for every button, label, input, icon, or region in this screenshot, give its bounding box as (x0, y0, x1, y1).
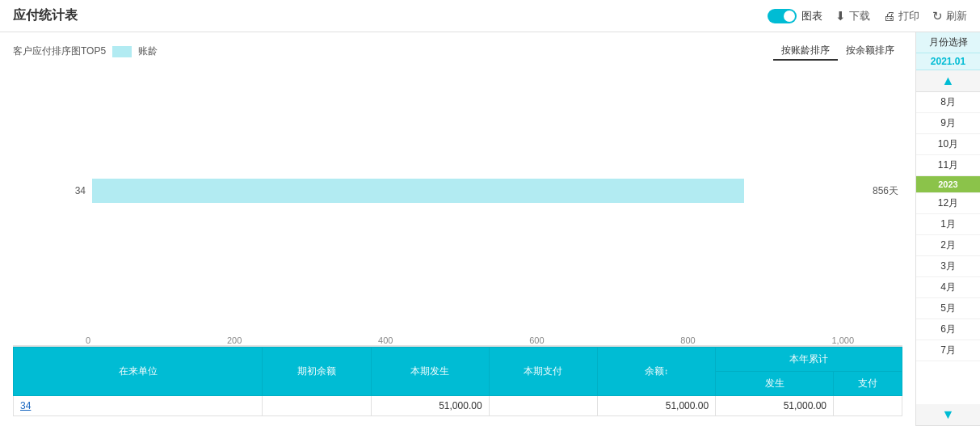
x-tick: 600 (529, 335, 544, 345)
chart-toggle-wrap[interactable]: 图表 (768, 9, 822, 23)
cell-opening (263, 396, 372, 416)
table-row: 34 51,000.00 51,000.00 51,000.00 (14, 396, 902, 416)
table-section: 在来单位 期初余额 本期发生 本期支付 余额↕ 本年累计 发生 支付 34 (13, 345, 902, 416)
sort-buttons: 按账龄排序 按余额排序 (773, 42, 902, 61)
month-item[interactable]: 10月 (916, 134, 980, 155)
main-content: 客户应付排序图TOP5 账龄 按账龄排序 按余额排序 34 856天 0 200 (0, 32, 980, 426)
refresh-icon: ↻ (932, 9, 943, 23)
chart-header: 客户应付排序图TOP5 账龄 按账龄排序 按余额排序 (13, 42, 902, 61)
print-icon: 🖨 (883, 9, 895, 23)
print-button[interactable]: 🖨 打印 (883, 9, 919, 23)
x-tick: 800 (680, 335, 695, 345)
data-table: 在来单位 期初余额 本期发生 本期支付 余额↕ 本年累计 发生 支付 34 (13, 347, 902, 416)
month-item[interactable]: 12月 (916, 193, 980, 214)
month-item[interactable]: 5月 (916, 298, 980, 319)
cell-ytd-payment (834, 396, 902, 416)
col-balance: 余额↕ (598, 348, 716, 396)
x-tick: 0 (86, 335, 90, 345)
chart-toggle[interactable] (768, 9, 797, 23)
bar-chart: 34 856天 (13, 67, 902, 334)
col-ytd: 本年累计 (716, 348, 902, 372)
sidebar-nav-up[interactable]: ▲ (916, 70, 980, 92)
month-item[interactable]: 8月 (916, 92, 980, 113)
chart-top-label: 客户应付排序图TOP5 (13, 44, 106, 58)
x-axis: 0 200 400 600 800 1,000 (13, 335, 902, 345)
col-ytd-occurrence: 发生 (716, 372, 834, 396)
col-occurrence: 本期发生 (371, 348, 489, 396)
cell-unit: 34 (14, 396, 263, 416)
month-item[interactable]: 6月 (916, 319, 980, 340)
x-tick: 200 (227, 335, 242, 345)
sidebar: 月份选择 2021.01 ▲ 8月 9月 10月 11月 2023 12月 1月… (915, 32, 980, 426)
month-item[interactable]: 4月 (916, 277, 980, 298)
year-marker: 2023 (916, 176, 980, 193)
legend-label: 账龄 (138, 44, 158, 58)
unit-link[interactable]: 34 (20, 400, 31, 411)
cell-balance: 51,000.00 (598, 396, 716, 416)
cell-ytd-occurrence: 51,000.00 (716, 396, 834, 416)
sidebar-header: 月份选择 (916, 32, 980, 53)
header-actions: 图表 ⬇ 下载 🖨 打印 ↻ 刷新 (768, 9, 967, 23)
col-ytd-payment: 支付 (834, 372, 902, 396)
bar-fill (92, 179, 744, 203)
x-tick: 1,000 (831, 335, 854, 345)
table-header-row1: 在来单位 期初余额 本期发生 本期支付 余额↕ 本年累计 (14, 348, 902, 372)
bar-track: 856天 (92, 179, 854, 203)
month-item[interactable]: 11月 (916, 155, 980, 176)
refresh-button[interactable]: ↻ 刷新 (932, 9, 967, 23)
app-header: 应付统计表 图表 ⬇ 下载 🖨 打印 ↻ 刷新 (0, 0, 980, 32)
download-button[interactable]: ⬇ 下载 (835, 9, 870, 23)
month-item[interactable]: 9月 (916, 113, 980, 134)
legend-box (112, 46, 132, 57)
cell-payment (489, 396, 598, 416)
chart-area: 客户应付排序图TOP5 账龄 按账龄排序 按余额排序 34 856天 0 200 (0, 32, 915, 426)
sidebar-nav-down[interactable]: ▼ (916, 404, 980, 426)
sidebar-selected-year[interactable]: 2021.01 (916, 53, 980, 70)
bar-label: 34 (61, 185, 86, 196)
col-unit: 在来单位 (14, 348, 263, 396)
sidebar-months: 8月 9月 10月 11月 2023 12月 1月 2月 3月 4月 5月 6月… (916, 92, 980, 404)
col-payment: 本期支付 (489, 348, 598, 396)
month-item[interactable]: 1月 (916, 214, 980, 235)
up-arrow-icon: ▲ (942, 74, 955, 88)
bar-row: 34 856天 (61, 179, 854, 203)
month-item[interactable]: 7月 (916, 340, 980, 361)
month-item[interactable]: 2月 (916, 235, 980, 256)
bar-end-label: 856天 (873, 184, 898, 198)
down-arrow-icon: ▼ (942, 407, 955, 422)
chart-toggle-label: 图表 (801, 9, 822, 23)
page-title: 应付统计表 (13, 7, 78, 24)
col-opening: 期初余额 (263, 348, 372, 396)
month-item[interactable]: 3月 (916, 256, 980, 277)
download-icon: ⬇ (835, 9, 846, 23)
cell-occurrence: 51,000.00 (371, 396, 489, 416)
sort-by-age-button[interactable]: 按账龄排序 (773, 42, 838, 61)
x-tick: 400 (378, 335, 393, 345)
sort-by-balance-button[interactable]: 按余额排序 (838, 42, 902, 61)
chart-legend: 客户应付排序图TOP5 账龄 (13, 44, 158, 58)
